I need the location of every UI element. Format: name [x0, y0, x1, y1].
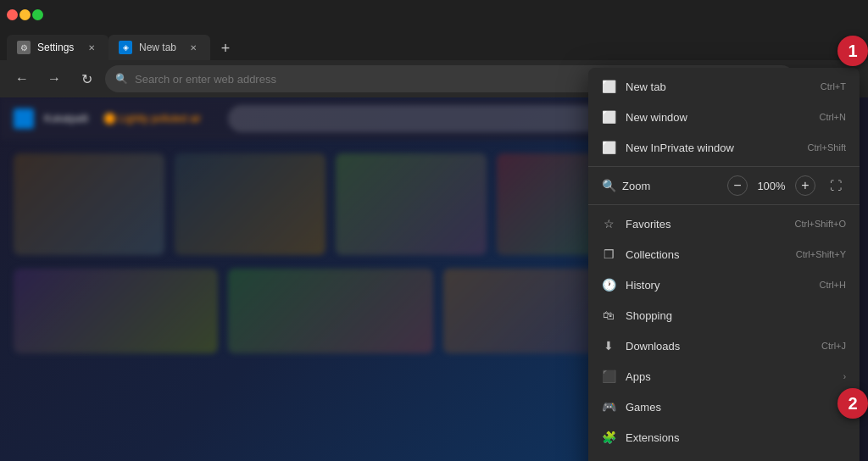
close-window-button[interactable] — [7, 9, 18, 20]
new-window-icon: ⬜ — [602, 110, 615, 124]
history-label: History — [626, 279, 810, 292]
newtab-tab-close[interactable]: ✕ — [186, 41, 200, 54]
refresh-button[interactable]: ↻ — [73, 65, 100, 92]
menu-item-downloads[interactable]: ⬇ Downloads Ctrl+J — [588, 330, 860, 361]
new-tab-icon: ⬜ — [602, 80, 615, 93]
apps-arrow: › — [843, 372, 846, 381]
zoom-fullscreen-button[interactable]: ⛶ — [826, 175, 846, 196]
newtab-tab-favicon: ◈ — [119, 41, 132, 54]
menu-item-new-window[interactable]: ⬜ New window Ctrl+N — [588, 102, 860, 132]
back-button[interactable]: ← — [8, 65, 36, 92]
divider-2 — [588, 204, 860, 205]
newtab-background: Kukatpalli 🟠 Lightly polluted air — [0, 97, 661, 461]
tab-newtab[interactable]: ◈ New tab ✕ — [108, 35, 210, 60]
collections-shortcut: Ctrl+Shift+Y — [796, 249, 846, 259]
history-shortcut: Ctrl+H — [820, 280, 846, 290]
new-window-shortcut: Ctrl+N — [820, 112, 846, 122]
weather-text: 🟠 Lightly polluted air — [103, 113, 201, 125]
downloads-shortcut: Ctrl+J — [821, 341, 846, 351]
new-tab-shortcut: Ctrl+T — [821, 81, 846, 92]
zoom-icon: 🔍 — [602, 179, 615, 192]
menu-item-apps[interactable]: ⬛ Apps › — [588, 361, 860, 392]
extensions-icon: 🧩 — [602, 430, 615, 444]
new-tab-button[interactable]: + — [214, 36, 237, 60]
maximize-window-button[interactable] — [32, 9, 43, 20]
menu-item-rewards[interactable]: ✦ Microsoft Rewards — [588, 453, 860, 461]
window-controls — [7, 9, 43, 20]
content-card-2 — [175, 153, 326, 255]
browser-content: Kukatpalli 🟠 Lightly polluted air — [0, 97, 661, 461]
collections-label: Collections — [626, 248, 786, 261]
new-tab-label: New tab — [626, 81, 810, 93]
forward-button[interactable]: → — [41, 65, 68, 92]
games-label: Games — [626, 401, 846, 414]
address-search-icon: 🔍 — [115, 73, 128, 85]
extensions-label: Extensions — [626, 431, 846, 444]
favorites-icon: ☆ — [602, 217, 615, 230]
favorites-shortcut: Ctrl+Shift+O — [794, 219, 846, 229]
zoom-row: 🔍 Zoom − 100% + ⛶ — [588, 170, 860, 201]
apps-icon: ⬛ — [602, 369, 615, 383]
new-window-label: New window — [626, 111, 810, 124]
title-bar — [0, 0, 868, 30]
location-text: Kukatpalli — [44, 113, 88, 125]
favorites-label: Favorites — [626, 218, 784, 230]
menu-item-history[interactable]: 🕐 History Ctrl+H — [588, 269, 860, 300]
menu-item-collections[interactable]: ❒ Collections Ctrl+Shift+Y — [588, 239, 860, 269]
downloads-icon: ⬇ — [602, 339, 615, 353]
step-badge-2: 2 — [837, 388, 868, 419]
menu-item-shopping[interactable]: 🛍 Shopping — [588, 300, 860, 330]
content-card-5 — [14, 269, 218, 353]
history-icon: 🕐 — [602, 278, 615, 292]
downloads-label: Downloads — [626, 340, 811, 353]
inprivate-shortcut: Ctrl+Shift — [807, 142, 846, 153]
newtab-header: Kukatpalli 🟠 Lightly polluted air — [0, 97, 661, 140]
menu-item-games[interactable]: 🎮 Games — [588, 392, 860, 422]
newtab-search-bar[interactable] — [228, 105, 631, 132]
inprivate-icon: ⬜ — [602, 141, 615, 154]
zoom-minus-button[interactable]: − — [727, 175, 748, 196]
divider-1 — [588, 166, 860, 167]
menu-item-inprivate[interactable]: ⬜ New InPrivate window Ctrl+Shift — [588, 132, 860, 163]
content-card-1 — [14, 153, 164, 255]
shopping-label: Shopping — [626, 309, 846, 322]
minimize-window-button[interactable] — [19, 9, 31, 20]
content-card-6 — [228, 269, 432, 353]
inprivate-label: New InPrivate window — [626, 142, 797, 154]
content-grid — [0, 140, 661, 269]
zoom-label: Zoom — [622, 180, 721, 192]
dropdown-menu: ⬜ New tab Ctrl+T ⬜ New window Ctrl+N ⬜ N… — [588, 68, 860, 461]
menu-item-new-tab[interactable]: ⬜ New tab Ctrl+T — [588, 71, 860, 102]
edge-logo — [14, 108, 34, 129]
settings-tab-close[interactable]: ✕ — [85, 41, 98, 54]
zoom-plus-button[interactable]: + — [795, 175, 815, 196]
shopping-icon: 🛍 — [602, 308, 615, 322]
menu-item-extensions[interactable]: 🧩 Extensions — [588, 422, 860, 453]
zoom-controls: − 100% + ⛶ — [727, 175, 846, 196]
newtab-tab-label: New tab — [139, 42, 180, 53]
settings-tab-favicon: ⚙ — [17, 41, 31, 54]
step-badge-1: 1 — [837, 36, 868, 66]
zoom-value: 100% — [754, 180, 788, 192]
menu-item-favorites[interactable]: ☆ Favorites Ctrl+Shift+O — [588, 208, 860, 239]
games-icon: 🎮 — [602, 400, 615, 414]
content-card-3 — [336, 153, 487, 255]
settings-tab-label: Settings — [37, 42, 78, 53]
content-row2 — [0, 269, 661, 353]
tab-bar: ⚙ Settings ✕ ◈ New tab ✕ + — [0, 30, 868, 60]
apps-label: Apps — [626, 370, 833, 383]
collections-icon: ❒ — [602, 247, 615, 261]
tab-settings[interactable]: ⚙ Settings ✕ — [7, 35, 108, 60]
